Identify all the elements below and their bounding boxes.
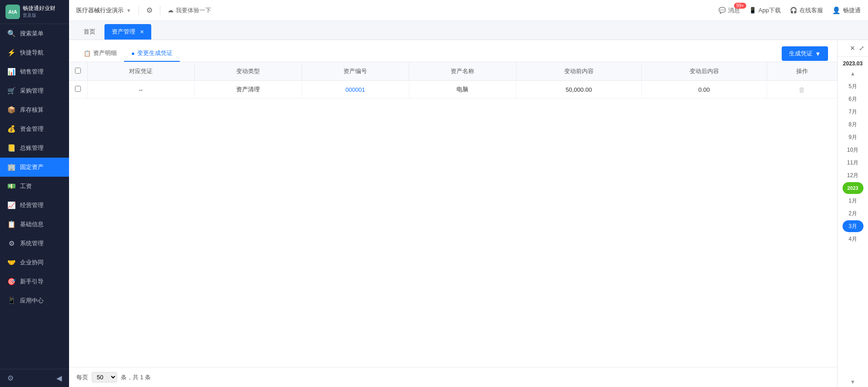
topbar: 医疗器械行业演示 ▼ ⚙ ☁ 我要体验一下 💬 消息 99+ 📱 App下载 🎧… <box>69 0 868 21</box>
month-item[interactable]: 5月 <box>843 80 863 92</box>
month-item[interactable]: 4月 <box>843 233 863 245</box>
sidebar-icon-appcenter: 📱 <box>7 297 15 305</box>
sidebar-icon-inventory: 📦 <box>7 106 15 114</box>
sidebar-item-search[interactable]: 🔍 搜索菜单 <box>0 24 69 43</box>
scroll-up-arrow[interactable]: ▲ <box>838 69 868 79</box>
dropdown-icon: ▼ <box>126 8 131 13</box>
table-container: 对应凭证 变动类型 资产编号 资产名称 变动前内容 变动后内容 操作 <box>69 62 837 367</box>
sub-tab-detail[interactable]: 📋 资产明细 <box>76 45 124 62</box>
voucher-tab-icon: ● <box>131 50 135 57</box>
main-area: 医疗器械行业演示 ▼ ⚙ ☁ 我要体验一下 💬 消息 99+ 📱 App下载 🎧… <box>69 0 868 387</box>
sidebar-item-salary[interactable]: 💵 工资 <box>0 177 69 196</box>
sidebar-item-sales[interactable]: 📊 销售管理 <box>0 62 69 81</box>
support-icon: 🎧 <box>790 7 797 14</box>
phone-icon: 📱 <box>749 7 756 14</box>
sidebar-item-purchase[interactable]: 🛒 采购管理 <box>0 81 69 100</box>
tab-assets-close[interactable]: ✕ <box>140 29 144 35</box>
month-item[interactable]: 8月 <box>843 119 863 130</box>
sidebar-logo: AtA 畅捷通好业财 普及版 <box>0 0 69 24</box>
month-item[interactable]: 1月 <box>843 195 863 207</box>
month-item[interactable]: 2月 <box>843 208 863 219</box>
sidebar-item-funds[interactable]: 💰 资金管理 <box>0 119 69 139</box>
tab-assets[interactable]: 资产管理 ✕ <box>104 24 151 40</box>
sidebar-label-operations: 经营管理 <box>20 201 44 209</box>
sidebar-item-guide[interactable]: 🎯 新手引导 <box>0 272 69 291</box>
sub-tabs: 📋 资产明细 ● 变更生成凭证 生成凭证 ▼ <box>69 40 837 62</box>
month-item[interactable]: 11月 <box>843 157 863 169</box>
month-item[interactable]: 6月 <box>843 93 863 105</box>
row-checkbox-0[interactable] <box>75 86 81 92</box>
select-all-checkbox[interactable] <box>75 68 81 74</box>
sidebar-icon-guide: 🎯 <box>7 278 15 286</box>
company-name: 医疗器械行业演示 <box>76 6 124 15</box>
header-before: 变动前内容 <box>516 62 641 81</box>
support-label: 在线客服 <box>799 6 823 15</box>
row-asset-name: 电脑 <box>409 81 516 99</box>
logo-sub: 普及版 <box>23 12 55 19</box>
tab-home[interactable]: 首页 <box>76 24 103 40</box>
month-item[interactable]: 9月 <box>843 131 863 143</box>
sidebar-item-inventory[interactable]: 📦 库存核算 <box>0 100 69 119</box>
month-item[interactable]: 12月 <box>843 169 863 181</box>
topbar-right: 💬 消息 99+ 📱 App下载 🎧 在线客服 👤 畅捷通 <box>719 6 861 15</box>
sidebar-icon-quicknav: ⚡ <box>7 49 15 57</box>
experience-label: 我要体验一下 <box>176 6 211 15</box>
tab-home-label: 首页 <box>84 28 95 35</box>
scroll-down-arrow[interactable]: ▼ <box>838 377 868 387</box>
month-list: 5月6月7月8月9月10月11月12月20231月2月3月4月 <box>838 79 868 377</box>
generate-voucher-button[interactable]: 生成凭证 ▼ <box>782 46 828 61</box>
month-item[interactable]: 3月 <box>843 220 863 232</box>
sidebar-icon-funds: 💰 <box>7 125 15 133</box>
message-icon: 💬 <box>719 7 726 14</box>
settings-icon[interactable]: ⚙ <box>7 374 14 382</box>
company-selector[interactable]: 医疗器械行业演示 ▼ <box>76 6 131 15</box>
table-header-row: 对应凭证 变动类型 资产编号 资产名称 变动前内容 变动后内容 操作 <box>69 62 837 81</box>
header-voucher: 对应凭证 <box>87 62 194 81</box>
sidebar-icon-search: 🔍 <box>7 30 15 38</box>
sidebar-label-funds: 资金管理 <box>20 125 44 133</box>
row-change-type: 资产清理 <box>194 81 302 99</box>
sidebar-icon-purchase: 🛒 <box>7 87 15 95</box>
sidebar-icon-system: ⚙ <box>7 239 15 248</box>
sidebar-item-appcenter[interactable]: 📱 应用中心 <box>0 291 69 310</box>
delete-button-0[interactable]: 🗑 <box>799 86 805 94</box>
sidebar-item-basicinfo[interactable]: 📋 基础信息 <box>0 215 69 234</box>
logo-text: 畅捷通好业财 <box>23 5 55 12</box>
experience-button[interactable]: ☁ 我要体验一下 <box>168 6 211 15</box>
panel-close-button[interactable]: ✕ <box>849 44 856 53</box>
nav-tabs: 首页 资产管理 ✕ <box>69 21 868 40</box>
sidebar-item-fixedassets[interactable]: 🏢 固定资产 <box>0 158 69 177</box>
detail-tab-label: 资产明细 <box>93 49 117 57</box>
page-size-select[interactable]: 50 10 20 100 <box>92 372 117 382</box>
month-item[interactable]: 7月 <box>843 106 863 118</box>
row-before: 50,000.00 <box>516 81 641 99</box>
user-menu[interactable]: 👤 畅捷通 <box>832 6 861 15</box>
online-support-button[interactable]: 🎧 在线客服 <box>790 6 823 15</box>
sidebar: AtA 畅捷通好业财 普及版 🔍 搜索菜单 ⚡ 快捷导航 📊 销售管理 🛒 采购… <box>0 0 69 387</box>
sidebar-item-operations[interactable]: 📈 经营管理 <box>0 196 69 215</box>
sidebar-label-basicinfo: 基础信息 <box>20 220 44 228</box>
sidebar-item-quicknav[interactable]: ⚡ 快捷导航 <box>0 43 69 62</box>
year-badge[interactable]: 2023 <box>843 182 863 194</box>
sidebar-label-inventory: 库存核算 <box>20 106 44 114</box>
messages-button[interactable]: 💬 消息 99+ <box>719 6 740 15</box>
sidebar-item-system[interactable]: ⚙ 系统管理 <box>0 234 69 253</box>
panel-expand-button[interactable]: ⤢ <box>858 44 865 53</box>
pagination: 每页 50 10 20 100 条，共 1 条 <box>69 367 837 387</box>
topbar-divider <box>139 6 139 15</box>
sidebar-menu: 🔍 搜索菜单 ⚡ 快捷导航 📊 销售管理 🛒 采购管理 📦 库存核算 💰 资金管… <box>0 24 69 369</box>
month-item[interactable]: 10月 <box>843 144 863 156</box>
header-action: 操作 <box>767 62 837 81</box>
sub-tab-voucher[interactable]: ● 变更生成凭证 <box>124 45 180 62</box>
app-download-button[interactable]: 📱 App下载 <box>749 6 781 15</box>
settings-gear-icon[interactable]: ⚙ <box>146 6 153 15</box>
logo-icon: AtA <box>5 5 20 19</box>
sidebar-icon-fixedassets: 🏢 <box>7 163 15 171</box>
collapse-icon[interactable]: ◀ <box>56 374 62 382</box>
app-download-label: App下载 <box>759 6 781 15</box>
header-change-type: 变动类型 <box>194 62 302 81</box>
sidebar-item-ledger[interactable]: 📒 总账管理 <box>0 139 69 158</box>
cloud-icon: ☁ <box>168 7 174 14</box>
sidebar-bottom: ⚙ ◀ <box>0 369 69 387</box>
sidebar-item-enterprise[interactable]: 🤝 企业协同 <box>0 253 69 272</box>
